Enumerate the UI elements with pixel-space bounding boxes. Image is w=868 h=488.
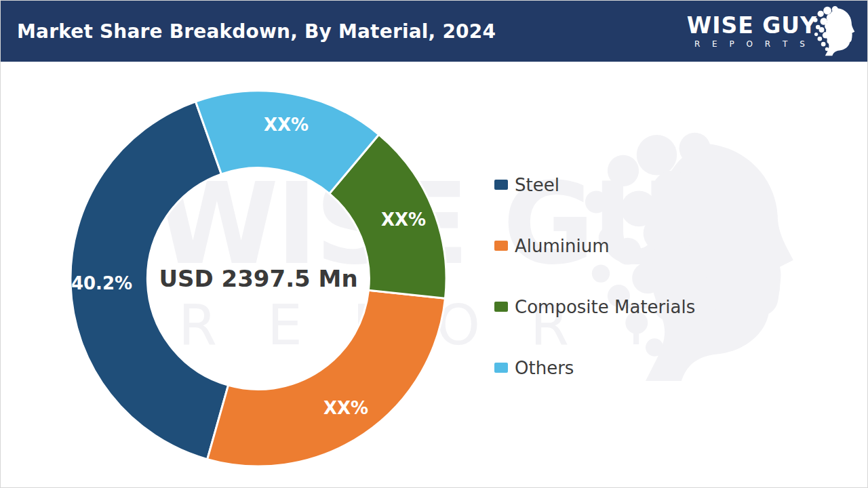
logo-text: WISE GUY R E P O R T S [687,14,817,48]
legend-item-steel: Steel [494,170,695,199]
legend-swatch [494,363,508,373]
donut-chart: 40.2%XX%XX%XX% [1,1,867,487]
slice-label-others: XX% [264,115,309,135]
logo-subname: R E P O R T S [694,39,810,49]
legend-item-others: Others [494,353,695,382]
logo-name: WISE GUY [687,14,817,38]
slice-label-aluminium: XX% [323,398,368,418]
legend-swatch [494,241,508,251]
legend-swatch [494,180,508,190]
chart-legend: SteelAluminiumComposite MaterialsOthers [494,170,695,382]
wise-guy-logo: WISE GUY R E P O R T S [687,5,856,57]
slice-aluminium [208,290,446,466]
page-title: Market Share Breakdown, By Material, 202… [17,20,496,43]
legend-label: Composite Materials [515,298,695,316]
slice-label-steel: 40.2% [71,273,132,293]
legend-label: Steel [515,176,559,194]
header-bar: Market Share Breakdown, By Material, 202… [1,1,867,62]
legend-item-aluminium: Aluminium [494,231,695,260]
legend-label: Others [515,359,574,377]
report-card: WISE GUY R E P O R T S 40.2%XX%XX%XX% US… [0,0,868,488]
logo-face-icon [812,5,856,57]
slice-label-composite-materials: XX% [381,209,426,230]
legend-label: Aluminium [515,237,610,255]
legend-swatch [494,302,508,312]
chart-center-value: USD 2397.5 Mn [159,265,357,292]
legend-item-composite-materials: Composite Materials [494,292,695,321]
